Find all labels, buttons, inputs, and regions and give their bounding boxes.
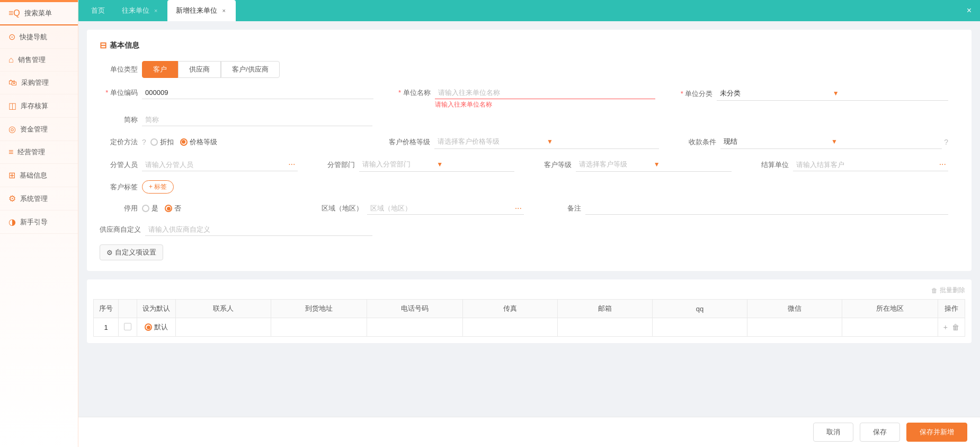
row-email-input[interactable] (563, 323, 647, 331)
region-dots[interactable]: ··· (513, 204, 524, 213)
tab-new-contact-label: 新增往来单位 (176, 6, 217, 15)
supervisor-group: 分管人员 ··· (100, 159, 308, 171)
department-select[interactable]: 请输入分管部门 ▼ (359, 157, 515, 172)
unit-category-label: 单位分类 (674, 89, 717, 99)
footer: 取消 保存 保存并新增 (78, 417, 980, 447)
department-arrow: ▼ (436, 161, 511, 168)
row-add-icon[interactable]: + (943, 323, 948, 331)
sidebar-search-label: 搜索菜单 (24, 8, 52, 18)
section-title: ⊟ 基本信息 (100, 40, 959, 50)
cancel-button[interactable]: 取消 (813, 423, 853, 442)
type-btn-both[interactable]: 客户/供应商 (221, 61, 280, 78)
type-btn-customer[interactable]: 客户 (142, 61, 178, 78)
row-delete-icon[interactable]: 🗑 (952, 323, 959, 331)
contact-table: 序号 设为默认 联系人 到货地址 电话号码 传真 邮箱 qq 微信 所在地区 操… (93, 299, 965, 337)
settlement-input[interactable] (793, 159, 937, 171)
row-wechat-input[interactable] (753, 323, 836, 331)
row-wechat[interactable] (747, 318, 842, 337)
customer-level-select[interactable]: 请选择客户等级 ▼ (576, 157, 732, 172)
row-address[interactable] (271, 318, 367, 337)
custom-settings-button[interactable]: ⚙ 自定义项设置 (100, 244, 163, 260)
row-checkbox[interactable] (124, 323, 131, 330)
row-region[interactable] (842, 318, 938, 337)
row-address-input[interactable] (277, 323, 361, 331)
section-title-text: 基本信息 (110, 41, 139, 50)
remark-label: 备注 (543, 204, 585, 213)
unit-code-label: 单位编码 (100, 88, 142, 98)
supervisor-label: 分管人员 (100, 160, 142, 170)
row-contact-input[interactable] (181, 323, 265, 331)
sidebar-item-finance[interactable]: ◎ 资金管理 (0, 118, 78, 141)
col-default: 设为默认 (137, 300, 176, 318)
finance-icon: ◎ (8, 124, 16, 134)
row-qq-input[interactable] (658, 323, 741, 331)
tab-new-contact[interactable]: 新增往来单位 × (167, 0, 235, 21)
sidebar-item-business[interactable]: ≡ 经营管理 (0, 141, 78, 164)
batch-delete-button[interactable]: 🗑 批量删除 (931, 286, 965, 295)
tab-contact-close[interactable]: × (153, 7, 159, 14)
customer-level-group: 客户等级 请选择客户等级 ▼ (533, 157, 742, 172)
customer-level-label: 客户等级 (533, 160, 576, 170)
row-contact[interactable] (176, 318, 271, 337)
unit-code-group: 单位编码 (100, 86, 384, 99)
row-default-radio[interactable]: 默认 (142, 322, 170, 332)
pricing-question-icon[interactable]: ? (142, 138, 146, 146)
region-label: 区域（地区） (322, 204, 367, 213)
customer-price-level-select[interactable]: 请选择客户价格等级 ▼ (434, 135, 659, 149)
row-qq[interactable] (653, 318, 747, 337)
custom-settings-row: ⚙ 自定义项设置 (100, 244, 959, 260)
sidebar-item-system[interactable]: ⚙ 系统管理 (0, 187, 78, 211)
row-phone[interactable] (367, 318, 463, 337)
payment-terms-question-icon[interactable]: ? (944, 138, 948, 146)
sidebar-item-quick-nav[interactable]: ⊙ 快捷导航 (0, 25, 78, 49)
row-fax-input[interactable] (468, 323, 552, 331)
sidebar-item-sales[interactable]: ⌂ 销售管理 (0, 49, 78, 72)
business-icon: ≡ (8, 147, 13, 157)
row-region-input[interactable] (848, 323, 932, 331)
sidebar-item-basic[interactable]: ⊞ 基础信息 (0, 164, 78, 187)
sidebar-item-guide[interactable]: ◑ 新手引导 (0, 211, 78, 234)
inventory-label: 库存核算 (21, 101, 48, 111)
pricing-radio-discount[interactable]: 折扣 (150, 137, 174, 147)
region-input[interactable] (367, 202, 513, 214)
row-phone-input[interactable] (372, 323, 457, 331)
save-button[interactable]: 保存 (860, 423, 900, 442)
add-tag-button[interactable]: + 标签 (142, 180, 174, 194)
type-btn-supplier[interactable]: 供应商 (178, 61, 221, 78)
short-name-input[interactable] (142, 113, 372, 126)
save-new-button[interactable]: 保存并新增 (906, 423, 967, 442)
unit-code-input[interactable] (142, 86, 373, 99)
payment-terms-select[interactable]: 现结 ▼ (720, 135, 942, 149)
tab-new-contact-close[interactable]: × (220, 7, 227, 14)
tab-contact-label: 往来单位 (122, 6, 149, 15)
sidebar-item-purchase[interactable]: 🛍 采购管理 (0, 72, 78, 94)
remark-input[interactable] (585, 202, 948, 215)
tags-label: 客户标签 (100, 182, 142, 192)
row-action: + 🗑 (938, 318, 965, 337)
unit-name-input[interactable] (435, 86, 656, 99)
disable-no-radio[interactable]: 否 (165, 204, 181, 213)
supplier-custom-input[interactable] (145, 223, 372, 236)
unit-category-select[interactable]: 未分类 ▼ (717, 86, 948, 101)
pricing-radio-level[interactable]: 价格等级 (180, 137, 217, 147)
col-wechat: 微信 (747, 300, 842, 318)
col-address: 到货地址 (271, 300, 367, 318)
disable-no-circle (165, 205, 172, 212)
unit-category-value: 未分类 (720, 89, 832, 98)
row-fax[interactable] (462, 318, 557, 337)
disable-yes-radio[interactable]: 是 (142, 204, 158, 213)
sidebar-item-search[interactable]: ≡Q 搜索菜单 (0, 2, 78, 25)
col-phone: 电话号码 (367, 300, 463, 318)
tab-bar: 首页 往来单位 × 新增往来单位 × × (78, 0, 980, 21)
window-close-button[interactable]: × (963, 6, 976, 15)
supervisor-input[interactable] (142, 159, 286, 171)
sidebar-item-inventory[interactable]: ◫ 库存核算 (0, 94, 78, 118)
row-default: 默认 (137, 318, 176, 337)
col-action: 操作 (938, 300, 965, 318)
settlement-dots[interactable]: ··· (937, 160, 948, 169)
tab-contact[interactable]: 往来单位 × (113, 0, 167, 21)
supervisor-dots[interactable]: ··· (286, 160, 297, 169)
row-email[interactable] (558, 318, 653, 337)
short-name-group: 简称 (100, 113, 383, 126)
tab-home[interactable]: 首页 (83, 0, 113, 21)
